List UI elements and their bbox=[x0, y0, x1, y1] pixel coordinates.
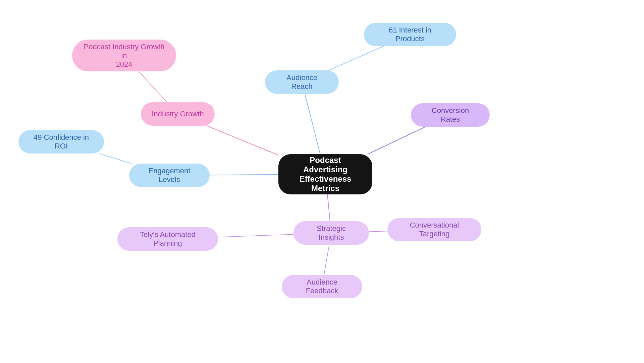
svg-line-7 bbox=[328, 46, 383, 70]
conversion-rates-label: Conversion Rates bbox=[422, 106, 479, 124]
audience-feedback-node: Audience Feedback bbox=[282, 275, 362, 298]
interest-products-node: 61 Interest in Products bbox=[364, 23, 456, 46]
interest-products-label: 61 Interest in Products bbox=[375, 26, 445, 43]
svg-line-6 bbox=[99, 154, 131, 164]
svg-line-1 bbox=[210, 175, 278, 175]
mind-map-container: Podcast Advertising Effectiveness Metric… bbox=[0, 0, 644, 363]
confidence-roi-label: 49 Confidence in ROI bbox=[29, 133, 93, 150]
podcast-industry-growth-node: Podcast Industry Growth in2024 bbox=[72, 40, 176, 71]
audience-reach-label: Audience Reach bbox=[276, 73, 328, 91]
strategic-insights-label: Strategic Insights bbox=[304, 224, 358, 242]
svg-line-3 bbox=[368, 127, 426, 154]
engagement-levels-node: Engagement Levels bbox=[129, 164, 210, 187]
svg-line-5 bbox=[139, 71, 167, 102]
industry-growth-label: Industry Growth bbox=[152, 110, 204, 118]
conversational-targeting-node: Conversational Targeting bbox=[387, 218, 481, 241]
conversion-rates-node: Conversion Rates bbox=[411, 103, 490, 127]
audience-feedback-label: Audience Feedback bbox=[292, 278, 352, 295]
svg-line-2 bbox=[305, 94, 320, 154]
podcast-industry-growth-label: Podcast Industry Growth in2024 bbox=[83, 43, 165, 69]
center-node: Podcast Advertising Effectiveness Metric… bbox=[278, 154, 372, 194]
strategic-insights-node: Strategic Insights bbox=[293, 221, 369, 245]
svg-line-10 bbox=[218, 234, 293, 237]
industry-growth-node: Industry Growth bbox=[141, 102, 215, 126]
conversational-targeting-label: Conversational Targeting bbox=[398, 221, 471, 238]
center-label: Podcast Advertising Effectiveness Metric… bbox=[289, 156, 362, 193]
svg-line-8 bbox=[369, 231, 387, 232]
engagement-levels-label: Engagement Levels bbox=[140, 167, 199, 184]
telys-planning-label: Tely's Automated Planning bbox=[128, 230, 207, 248]
confidence-roi-node: 49 Confidence in ROI bbox=[18, 130, 104, 154]
svg-line-4 bbox=[327, 194, 330, 221]
telys-planning-node: Tely's Automated Planning bbox=[117, 227, 218, 251]
svg-line-0 bbox=[207, 126, 278, 155]
audience-reach-node: Audience Reach bbox=[265, 70, 339, 94]
svg-line-9 bbox=[324, 245, 329, 275]
